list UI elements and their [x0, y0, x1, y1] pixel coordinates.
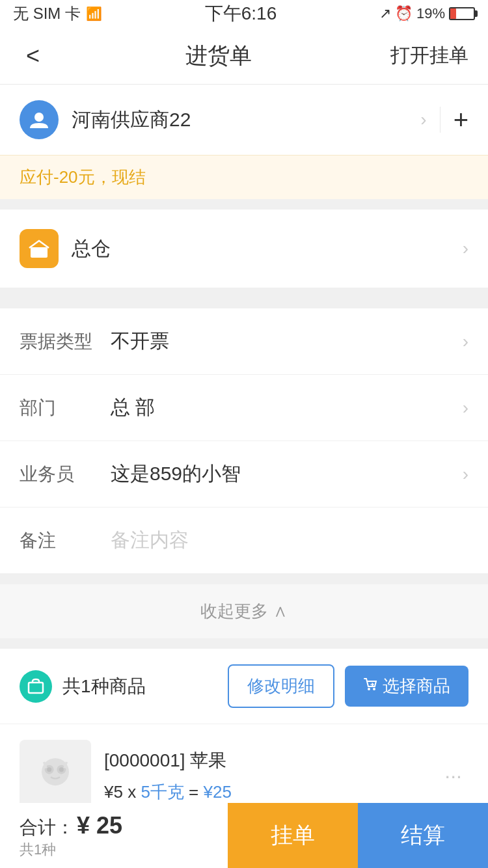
product-more-button[interactable]: ··· [438, 757, 468, 794]
add-supplier-button[interactable]: + [454, 105, 468, 135]
status-left: 无 SIM 卡 📶 [13, 3, 102, 24]
svg-rect-2 [29, 683, 43, 693]
warehouse-section: 总仓 › [0, 210, 488, 288]
department-chevron-icon: › [463, 398, 468, 418]
open-pending-button[interactable]: 打开挂单 [390, 42, 468, 69]
svg-point-9 [59, 767, 64, 772]
status-right: ↗ ⏰ 19% [379, 5, 475, 22]
quantity: 5千克 [141, 782, 183, 802]
salesperson-label: 业务员 [20, 462, 98, 487]
department-row[interactable]: 部门 总 部 › [0, 375, 488, 441]
total-section: 合计： ¥ 25 共1种 [0, 803, 228, 868]
divider [440, 107, 441, 133]
product-info: [0000001] 苹果 ¥5 x 5千克 = ¥25 [104, 748, 438, 804]
svg-point-4 [373, 688, 375, 690]
product-name: [0000001] 苹果 [104, 748, 438, 773]
total-label: 合计： [20, 815, 74, 840]
invoice-type-value: 不开票 [111, 328, 463, 355]
warehouse-icon [20, 229, 59, 268]
invoice-type-label: 票据类型 [20, 329, 98, 354]
product-price: ¥5 x 5千克 = ¥25 [104, 781, 438, 804]
battery-icon [449, 7, 475, 20]
remark-label: 备注 [20, 528, 98, 553]
warehouse-name: 总仓 [72, 236, 463, 262]
supplier-row[interactable]: 河南供应商22 › + [0, 85, 488, 155]
location-icon: ↗ [379, 5, 391, 22]
supplier-chevron-icon: › [420, 109, 426, 130]
checkout-button[interactable]: 结算 [358, 803, 488, 868]
product-code: [0000001] [104, 750, 185, 770]
warehouse-chevron-icon: › [463, 238, 468, 259]
product-thumbnail [20, 740, 91, 811]
battery-percent: 19% [416, 5, 445, 22]
svg-point-0 [34, 113, 44, 122]
alarm-icon: ⏰ [395, 5, 413, 22]
remark-input[interactable]: 备注内容 [111, 527, 468, 554]
department-value: 总 部 [111, 394, 463, 421]
svg-point-3 [368, 688, 370, 690]
select-product-label: 选择商品 [383, 675, 450, 698]
supplier-avatar [20, 100, 59, 139]
salesperson-value: 这是859的小智 [111, 461, 463, 487]
supplier-section: 河南供应商22 › + 应付-20元，现结 [0, 85, 488, 199]
product-header: 共1种商品 修改明细 选择商品 [0, 649, 488, 724]
cart-icon [363, 676, 377, 696]
department-label: 部门 [20, 396, 98, 420]
salesperson-chevron-icon: › [463, 464, 468, 485]
product-section: 共1种商品 修改明细 选择商品 [0, 649, 488, 828]
time-display: 下午6:16 [205, 1, 277, 26]
supplier-name: 河南供应商22 [72, 107, 420, 133]
bottom-bar: 合计： ¥ 25 共1种 挂单 结算 [0, 803, 488, 868]
credit-info: 应付-20元，现结 [0, 155, 488, 199]
subtotal: ¥25 [204, 782, 232, 802]
invoice-type-row[interactable]: 票据类型 不开票 › [0, 308, 488, 375]
warehouse-row[interactable]: 总仓 › [0, 210, 488, 288]
nav-bar: < 进货单 打开挂单 [0, 27, 488, 85]
unit-price: ¥5 [104, 782, 123, 802]
hang-button[interactable]: 挂单 [228, 803, 358, 868]
collapse-label: 收起更多 ∧ [200, 600, 287, 623]
page-title: 进货单 [185, 41, 252, 71]
collapse-toggle[interactable]: 收起更多 ∧ [0, 584, 488, 638]
product-count-text: 共1种商品 [62, 674, 228, 699]
remark-row[interactable]: 备注 备注内容 [0, 508, 488, 574]
fields-section: 票据类型 不开票 › 部门 总 部 › 业务员 这是859的小智 › 备注 备注… [0, 308, 488, 574]
multiply-sign: x [128, 782, 141, 802]
equals-sign: = [189, 782, 203, 802]
main-content: 河南供应商22 › + 应付-20元，现结 总仓 › 票据类型 [0, 85, 488, 868]
select-product-button[interactable]: 选择商品 [345, 666, 468, 707]
edit-details-button[interactable]: 修改明细 [228, 664, 334, 708]
back-button[interactable]: < [20, 36, 46, 76]
carrier-text: 无 SIM 卡 [13, 3, 81, 24]
total-amount: ¥ 25 [77, 812, 122, 839]
supplier-right: › + [420, 105, 468, 135]
total-count: 共1种 [20, 840, 208, 860]
invoice-type-chevron-icon: › [463, 331, 468, 352]
product-count-icon [20, 670, 52, 703]
salesperson-row[interactable]: 业务员 这是859的小智 › [0, 441, 488, 508]
wifi-icon: 📶 [86, 6, 102, 21]
svg-point-8 [47, 767, 51, 772]
product-title: 苹果 [190, 750, 226, 770]
status-bar: 无 SIM 卡 📶 下午6:16 ↗ ⏰ 19% [0, 0, 488, 27]
svg-rect-1 [31, 247, 47, 258]
